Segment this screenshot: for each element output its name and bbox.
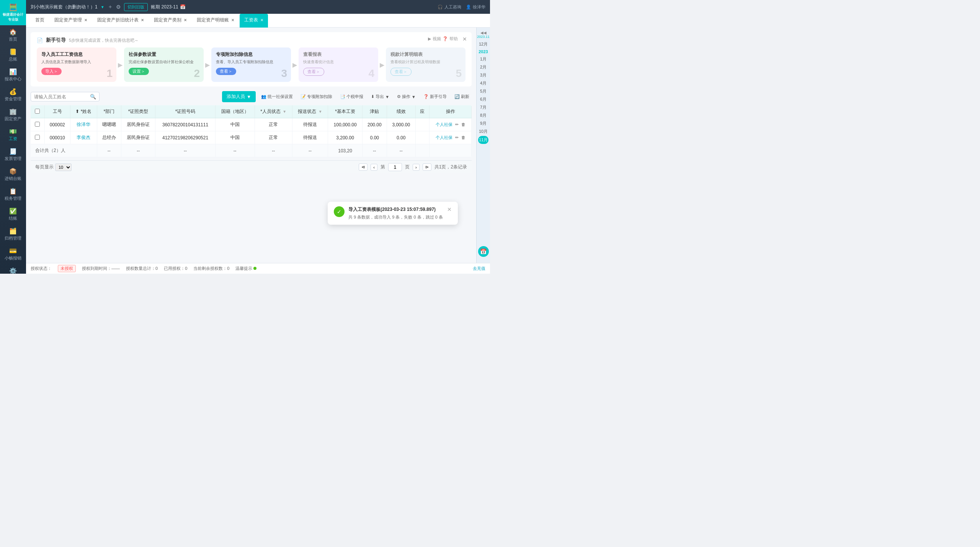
tab-asset-detail[interactable]: 固定资产明细账 ✕ [192, 14, 239, 28]
row-checkbox-1[interactable] [31, 118, 44, 131]
tab-fixed-assets[interactable]: 固定资产管理 ✕ [50, 14, 92, 28]
page-prev-button[interactable]: ‹ [371, 164, 377, 171]
cell-dept-2: 总经办 [97, 131, 121, 144]
delete-icon-2[interactable]: 🗑 [461, 135, 466, 140]
sidebar-item-closing[interactable]: ✅ 结账 [0, 204, 26, 224]
month-item-6[interactable]: 6月 [477, 95, 490, 103]
settings-gear-icon[interactable]: ⚙ [116, 4, 121, 10]
guide-step-5-button[interactable]: 查看＞ [390, 68, 412, 76]
tax-button[interactable]: 📑 个税申报 [338, 92, 366, 101]
search-icon[interactable]: 🔍 [90, 94, 96, 100]
page-next-button[interactable]: › [413, 164, 420, 171]
add-person-dropdown-icon[interactable]: ▼ [247, 94, 251, 100]
calendar-icon[interactable]: 📅 [180, 4, 186, 10]
operation-dropdown-icon: ▼ [412, 95, 416, 99]
guide-step-2-button[interactable]: 设置＞ [129, 68, 149, 75]
tab-fixed-assets-label: 固定资产管理 [54, 17, 82, 23]
toolbar: 🔍 添加人员 ▼ 👥 统一社保设置 📝 专项附加扣除 [31, 91, 472, 102]
warning-dot-icon [253, 267, 256, 270]
col-job-no: 工号 [44, 105, 70, 118]
calendar-nav-icon[interactable]: 📅 [478, 246, 489, 257]
sidebar-item-settings[interactable]: ⚙️ 设置 [0, 264, 26, 274]
row-checkbox-2[interactable] [31, 131, 44, 144]
add-account-icon[interactable]: ＋ [108, 3, 113, 10]
refresh-button[interactable]: 🔄 刷新 [452, 92, 472, 101]
tab-asset-detail-close[interactable]: ✕ [231, 18, 234, 22]
sidebar-item-archive[interactable]: 🗂️ 归档管理 [0, 224, 26, 244]
tab-asset-type-label: 固定资产类别 [154, 17, 181, 23]
page-last-button[interactable]: ⊳ [423, 163, 431, 171]
expand-left-icon: ◀◀ [480, 31, 487, 35]
account-dropdown-icon[interactable]: ▼ [101, 5, 105, 9]
page-input[interactable] [388, 163, 402, 171]
month-item-8[interactable]: 8月 [477, 111, 490, 119]
month-item-4[interactable]: 4月 [477, 79, 490, 87]
tab-asset-type[interactable]: 固定资产类别 ✕ [149, 14, 191, 28]
toast-content: 导入工资表模板(2023-03-23 15:07:59.897) 共 9 条数据… [348, 206, 443, 220]
report-filter-icon[interactable]: ▼ [318, 109, 322, 114]
month-item-1[interactable]: 1月 [477, 55, 490, 63]
page-first-button[interactable]: ⊲ [359, 163, 368, 171]
sidebar-item-expense[interactable]: 💳 小畅报销 [0, 244, 26, 264]
month-item-12[interactable]: 12月 [477, 40, 490, 48]
social-insurance-link-1[interactable]: 个人社保 [436, 122, 452, 127]
select-all-checkbox[interactable] [35, 109, 40, 114]
per-page-select[interactable]: 10 20 50 [55, 163, 72, 171]
col-name: ⬆ *姓名 [70, 105, 97, 118]
sidebar-item-funds[interactable]: 💰 资金管理 [0, 85, 26, 105]
sidebar-item-home[interactable]: 🏠 首页 [0, 25, 26, 45]
new-guide-button[interactable]: ❓ 新手引导 [421, 92, 449, 101]
tab-depreciation-close[interactable]: ✕ [141, 18, 144, 22]
tab-salary-close[interactable]: ✕ [260, 18, 263, 22]
service-button[interactable]: 🎧 人工咨询 [438, 4, 461, 10]
month-item-7[interactable]: 7月 [477, 103, 490, 111]
month-item-10[interactable]: 10月 [477, 127, 490, 136]
col-performance: 绩效 [387, 105, 415, 118]
sidebar-item-fixed-assets[interactable]: 🏢 固定资产 [0, 105, 26, 125]
right-panel-header[interactable]: ◀◀ 2023.11 [476, 29, 490, 40]
cell-operation-1: 个人社保 ✏ 🗑 [430, 118, 472, 131]
sidebar-item-invoice[interactable]: 🧾 发票管理 [0, 145, 26, 165]
tab-home[interactable]: 首页 [31, 14, 49, 28]
month-item-5[interactable]: 5月 [477, 87, 490, 95]
name-link-2[interactable]: 李俊杰 [77, 135, 90, 140]
app-logo: 🧮 畅捷通好会计 专业版 [0, 0, 26, 25]
status-filter-icon[interactable]: ▼ [283, 109, 286, 114]
deduction-button[interactable]: 📝 专项附加扣除 [298, 92, 335, 101]
sidebar-item-salary[interactable]: 💵 工资 [0, 125, 26, 145]
social-insurance-button[interactable]: 👥 统一社保设置 [259, 92, 295, 101]
delete-icon-1[interactable]: 🗑 [461, 122, 466, 127]
tab-salary[interactable]: 工资表 ✕ [240, 14, 268, 28]
social-insurance-link-2[interactable]: 个人社保 [436, 135, 452, 140]
sidebar-item-reports[interactable]: 📊 报表中心 [0, 65, 26, 85]
sidebar-item-inventory[interactable]: 📦 进销台账 [0, 165, 26, 185]
month-item-3[interactable]: 3月 [477, 71, 490, 79]
sidebar-item-tax[interactable]: 📋 税务管理 [0, 185, 26, 204]
old-version-button[interactable]: 切到旧版 [124, 3, 148, 11]
sidebar-item-ledger[interactable]: 📒 总账 [0, 45, 26, 65]
operation-button[interactable]: ⚙ 操作 ▼ [395, 92, 418, 101]
guide-step-1-button[interactable]: 导入＞ [41, 68, 62, 75]
month-item-2[interactable]: 2月 [477, 63, 490, 71]
guide-close-button[interactable]: ✕ [462, 36, 467, 42]
fixed-assets-icon: 🏢 [9, 108, 17, 115]
edit-icon-2[interactable]: ✏ [455, 135, 459, 140]
name-link-1[interactable]: 徐泽华 [77, 122, 90, 127]
charge-link[interactable]: 去充值 [473, 266, 485, 271]
add-person-button[interactable]: 添加人员 ▼ [222, 91, 256, 102]
export-button[interactable]: ⬇ 导出 ▼ [369, 92, 392, 101]
year-item-2023[interactable]: 2023 [477, 48, 490, 55]
month-item-11[interactable]: 11月 [478, 136, 488, 144]
tab-fixed-assets-close[interactable]: ✕ [84, 18, 87, 22]
tab-asset-type-close[interactable]: ✕ [184, 18, 187, 22]
month-item-9[interactable]: 9月 [477, 119, 490, 127]
search-input[interactable] [34, 94, 88, 100]
toast-close-button[interactable]: ✕ [447, 206, 452, 212]
cell-report-status-1: 待报送 [292, 118, 328, 131]
tab-depreciation[interactable]: 固定资产折旧统计表 ✕ [93, 14, 149, 28]
edit-icon-1[interactable]: ✏ [455, 122, 459, 127]
guide-help-icon: ❓ [423, 94, 429, 99]
guide-video-link[interactable]: ▶ 视频 ❓ 帮助 [428, 36, 458, 42]
guide-step-3-button[interactable]: 查看＞ [216, 68, 236, 75]
guide-step-4-button[interactable]: 查看＞ [303, 68, 324, 76]
